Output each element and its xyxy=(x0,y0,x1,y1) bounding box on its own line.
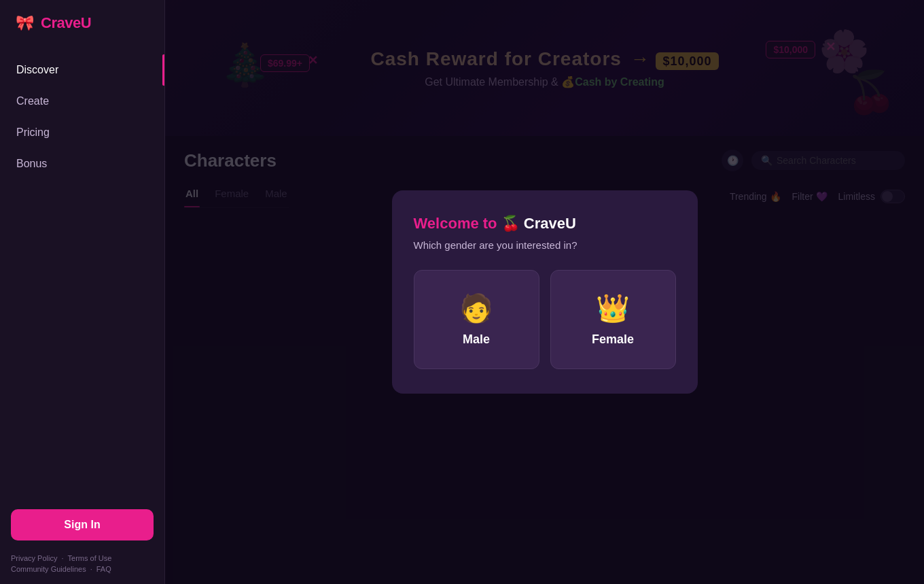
privacy-policy-link[interactable]: Privacy Policy xyxy=(11,554,57,562)
modal-overlay[interactable]: Welcome to 🍒 CraveU Which gender are you… xyxy=(165,0,924,584)
gender-options: 🧑 Male 👑 Female xyxy=(414,270,676,369)
sidebar-item-discover[interactable]: Discover xyxy=(0,54,164,86)
faq-link[interactable]: FAQ xyxy=(96,565,111,573)
footer-links: Privacy Policy · Terms of Use Community … xyxy=(0,554,164,584)
community-guidelines-link[interactable]: Community Guidelines xyxy=(11,565,86,573)
female-label: Female xyxy=(592,332,634,347)
logo-text: CraveU xyxy=(41,14,91,32)
sidebar-item-pricing[interactable]: Pricing xyxy=(0,117,164,148)
gender-modal: Welcome to 🍒 CraveU Which gender are you… xyxy=(392,190,698,394)
welcome-text: Welcome to xyxy=(414,215,501,232)
logo-icon: 🎀 xyxy=(14,12,35,34)
main-content: 🎄 $69.99+ ✕ Cash Reward for Creators → $… xyxy=(165,0,924,584)
male-emoji: 🧑 xyxy=(459,292,493,324)
gender-card-female[interactable]: 👑 Female xyxy=(550,270,676,369)
cherry-emoji: 🍒 xyxy=(501,215,520,232)
logo-area: 🎀 CraveU xyxy=(0,0,164,48)
footer-row-2: Community Guidelines · FAQ xyxy=(11,565,154,573)
terms-of-use-link[interactable]: Terms of Use xyxy=(68,554,112,562)
gender-card-male[interactable]: 🧑 Male xyxy=(414,270,539,369)
brand-text: CraveU xyxy=(524,215,576,232)
male-label: Male xyxy=(463,332,490,347)
sign-in-button[interactable]: Sign In xyxy=(11,509,154,540)
modal-title: Welcome to 🍒 CraveU xyxy=(414,215,676,233)
female-emoji: 👑 xyxy=(596,292,630,324)
modal-subtitle: Which gender are you interested in? xyxy=(414,239,676,251)
sidebar-nav: Discover Create Pricing Bonus xyxy=(0,48,164,509)
sidebar-item-bonus[interactable]: Bonus xyxy=(0,148,164,179)
footer-row-1: Privacy Policy · Terms of Use xyxy=(11,554,154,562)
sidebar: 🎀 CraveU Discover Create Pricing Bonus S… xyxy=(0,0,165,584)
sidebar-item-create[interactable]: Create xyxy=(0,86,164,117)
